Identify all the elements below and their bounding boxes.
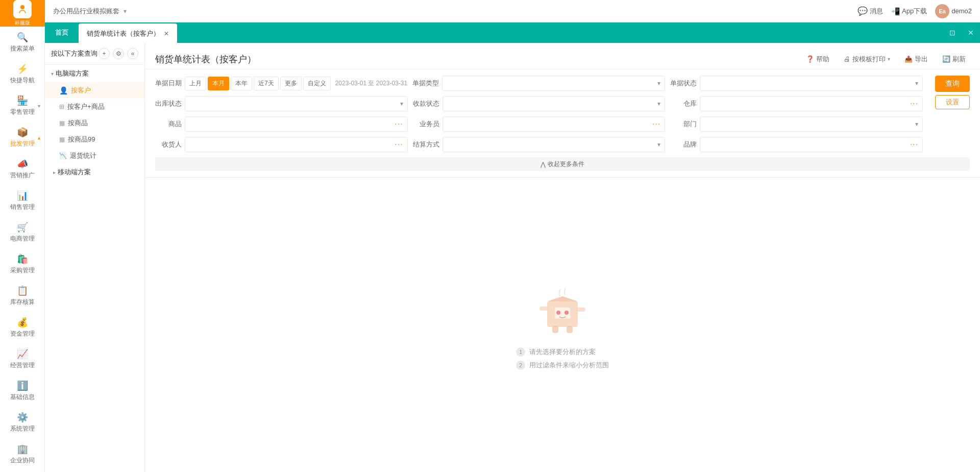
print-btn[interactable]: 🖨 按模板打印 ▾ bbox=[840, 53, 894, 66]
brand-cell: 品牌 ··· bbox=[670, 137, 923, 152]
tab-sales-stat[interactable]: 销货单统计表（按客户） ✕ bbox=[79, 23, 177, 44]
enterprise-icon: 🏢 bbox=[17, 443, 28, 455]
receiver-select[interactable]: ··· bbox=[185, 137, 408, 152]
doc-status-label: 单据状态 bbox=[670, 79, 697, 88]
warehouse-label: 仓库 bbox=[670, 99, 697, 108]
settlement-select[interactable]: ▾ bbox=[443, 137, 666, 152]
sidebar-item-newbie[interactable]: 🧭 新手引导 bbox=[0, 470, 44, 472]
sidebar-item-finance[interactable]: 💰 资金管理 bbox=[0, 312, 44, 343]
scheme-item-by-customer-goods[interactable]: ⊞ 按客户+商品 bbox=[45, 99, 144, 115]
scheme-section-mobile-header[interactable]: ▸ 移动端方案 bbox=[45, 164, 144, 180]
tip-text-1: 请先选择要分析的方案 bbox=[529, 347, 596, 357]
sidebar-item-wholesale[interactable]: 📦 批发管理 ▴ bbox=[0, 122, 44, 153]
sidebar-item-inventory[interactable]: 📋 库存核算 bbox=[0, 280, 44, 312]
empty-illustration bbox=[532, 276, 593, 337]
scheme-item-by-goods-99[interactable]: ▦ 按商品99 bbox=[45, 131, 144, 148]
filter-fields: 单据日期 上月 本月 本年 近7天 更多 自定义 2023-03-01 至 20… bbox=[155, 76, 923, 152]
tab-close-icon[interactable]: ✕ bbox=[164, 30, 169, 37]
pay-status-select[interactable]: ▾ bbox=[443, 96, 666, 111]
return-stat-icon: 📉 bbox=[59, 152, 67, 159]
doc-status-select[interactable]: ▾ bbox=[700, 76, 923, 91]
svg-rect-6 bbox=[576, 308, 585, 312]
scheme-section-desktop: ▾ 电脑端方案 👤 按客户 ⊞ 按客户+商品 ▦ 按商品 ▦ 按商品99 bbox=[45, 65, 144, 164]
goods-select[interactable]: ··· bbox=[185, 116, 408, 132]
doc-status-cell: 单据状态 ▾ bbox=[670, 76, 923, 91]
sidebar-item-sales-label: 销售管理 bbox=[10, 203, 35, 211]
print-icon: 🖨 bbox=[844, 55, 850, 63]
svg-point-3 bbox=[556, 311, 560, 315]
sidebar-item-retail[interactable]: 🏪 零售管理 ▾ bbox=[0, 90, 44, 122]
scheme-item-by-goods[interactable]: ▦ 按商品 bbox=[45, 115, 144, 131]
scheme-settings-btn[interactable]: ⚙ bbox=[113, 48, 124, 59]
sidebar-item-purchase-label: 采购管理 bbox=[10, 266, 35, 275]
date-last-7[interactable]: 近7天 bbox=[254, 77, 279, 90]
out-status-chevron: ▾ bbox=[400, 100, 403, 107]
sidebar-logo: 标服版 bbox=[0, 0, 45, 27]
brand-dots: ··· bbox=[910, 140, 918, 149]
sidebar-item-enterprise[interactable]: 🏢 企业协同 bbox=[0, 438, 44, 470]
warehouse-select[interactable]: ··· bbox=[700, 96, 923, 111]
message-btn[interactable]: 💬 消息 bbox=[857, 6, 883, 16]
sidebar-item-wholesale-label: 批发管理 bbox=[10, 139, 35, 148]
sidebar-item-search[interactable]: 🔍 搜索菜单 bbox=[0, 27, 44, 58]
scheme-section-desktop-header[interactable]: ▾ 电脑端方案 bbox=[45, 65, 144, 82]
main-area: 办公用品行业模拟账套 ▾ 💬 消息 📲 App下载 Ea demo2 首页 bbox=[45, 0, 980, 472]
sidebar-item-shortcut[interactable]: ⚡ 快捷导航 bbox=[0, 58, 44, 90]
settings-button[interactable]: 设置 bbox=[935, 95, 970, 109]
out-status-cell: 出库状态 ▾ bbox=[155, 96, 408, 111]
date-last-month[interactable]: 上月 bbox=[185, 77, 206, 90]
scheme-add-btn[interactable]: + bbox=[99, 48, 110, 59]
user-profile[interactable]: Ea demo2 bbox=[935, 4, 972, 18]
sales-icon: 📊 bbox=[17, 190, 28, 201]
help-btn[interactable]: ❓ 帮助 bbox=[802, 53, 834, 66]
export-icon: 📤 bbox=[904, 55, 913, 63]
scheme-panel-title: 按以下方案查询 bbox=[51, 49, 97, 58]
salesperson-select[interactable]: ··· bbox=[443, 116, 666, 132]
doc-type-select[interactable]: ▾ bbox=[442, 76, 665, 91]
sidebar-item-basic[interactable]: ℹ️ 基础信息 bbox=[0, 375, 44, 407]
doc-status-chevron: ▾ bbox=[915, 80, 918, 87]
by-goods-99-icon: ▦ bbox=[59, 136, 65, 143]
app-download-btn[interactable]: 📲 App下载 bbox=[891, 7, 927, 16]
export-btn[interactable]: 📤 导出 bbox=[900, 53, 932, 66]
department-label: 部门 bbox=[670, 120, 697, 129]
date-this-year[interactable]: 本年 bbox=[231, 77, 252, 90]
sidebar-item-sales[interactable]: 📊 销售管理 bbox=[0, 185, 44, 217]
sidebar-item-marketing-label: 营销推广 bbox=[10, 171, 35, 180]
sidebar-item-operations[interactable]: 📈 经营管理 bbox=[0, 343, 44, 375]
refresh-btn[interactable]: 🔄 刷新 bbox=[938, 53, 970, 66]
sidebar-item-finance-label: 资金管理 bbox=[10, 329, 35, 338]
scheme-collapse-btn[interactable]: « bbox=[127, 48, 138, 59]
brand-select[interactable]: ··· bbox=[700, 137, 923, 152]
out-status-select[interactable]: ▾ bbox=[185, 96, 408, 111]
topbar-dropdown-icon[interactable]: ▾ bbox=[124, 8, 127, 15]
sidebar-item-marketing[interactable]: 📣 营销推广 bbox=[0, 153, 44, 185]
query-button[interactable]: 查询 bbox=[935, 76, 970, 92]
doc-type-cell: 单据类型 ▾ bbox=[412, 76, 665, 91]
date-custom[interactable]: 自定义 bbox=[303, 77, 331, 90]
collapse-bar[interactable]: ⋀ 收起更多条件 bbox=[155, 157, 970, 171]
page-header: 销货单统计表（按客户） ❓ 帮助 🖨 按模板打印 ▾ 📤 导出 bbox=[145, 43, 980, 69]
refresh-label: 刷新 bbox=[952, 55, 966, 64]
logo-icon bbox=[13, 0, 32, 18]
sidebar-item-system[interactable]: ⚙️ 系统管理 bbox=[0, 407, 44, 438]
right-content: 销货单统计表（按客户） ❓ 帮助 🖨 按模板打印 ▾ 📤 导出 bbox=[145, 43, 980, 472]
scheme-item-return-stat[interactable]: 📉 退货统计 bbox=[45, 148, 144, 164]
tab-maximize-btn[interactable]: ⊡ bbox=[943, 29, 962, 37]
department-select[interactable]: ▾ bbox=[700, 116, 923, 132]
salesperson-cell: 业务员 ··· bbox=[413, 116, 666, 132]
tab-home[interactable]: 首页 bbox=[45, 22, 79, 43]
sidebar-item-purchase[interactable]: 🛍️ 采购管理 bbox=[0, 248, 44, 280]
date-more[interactable]: 更多 bbox=[280, 77, 302, 90]
svg-rect-7 bbox=[552, 326, 558, 333]
sidebar-item-search-label: 搜索菜单 bbox=[10, 44, 35, 53]
sidebar-item-ecommerce-label: 电商管理 bbox=[10, 234, 35, 243]
date-this-month[interactable]: 本月 bbox=[208, 77, 229, 90]
sidebar-item-ecommerce[interactable]: 🛒 电商管理 bbox=[0, 217, 44, 248]
scheme-item-by-customer[interactable]: 👤 按客户 bbox=[45, 82, 144, 99]
empty-state: 1 请先选择要分析的方案 2 用过滤条件来缩小分析范围 bbox=[145, 178, 980, 472]
tab-close-window-btn[interactable]: ✕ bbox=[962, 29, 980, 37]
help-label: 帮助 bbox=[816, 55, 829, 64]
operations-icon: 📈 bbox=[17, 348, 28, 360]
sidebar-item-inventory-label: 库存核算 bbox=[10, 298, 35, 306]
